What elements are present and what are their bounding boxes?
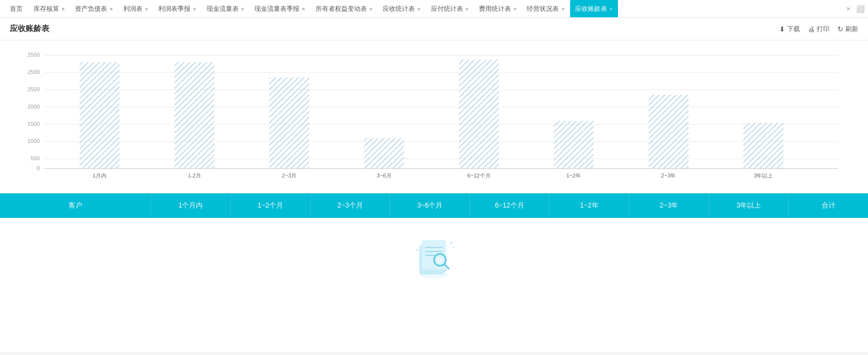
table-body [0,218,868,298]
table-header: 客户 1个月内 1~2个月 2~3个月 3~6个月 6~12个月 1~2年 2~… [0,193,868,218]
svg-text:1000: 1000 [28,138,40,144]
svg-text:3~6月: 3~6月 [377,173,392,178]
tab-cashflow-quarterly[interactable]: 现金流量表季报 × [250,0,310,18]
bar-6-12月 [459,60,499,169]
tab-close-profit-quarterly[interactable]: × [193,6,196,12]
print-icon: 🖨 [808,25,815,33]
tab-close-equity[interactable]: × [369,6,372,12]
tab-close-expense-stat[interactable]: × [513,6,516,12]
th-total: 合计 [789,193,868,218]
bar-1-2月 [175,62,215,169]
tab-close-receivable-aging[interactable]: × [610,6,613,12]
empty-icon [409,233,459,282]
maximize-button[interactable]: ⬜ [856,5,864,13]
tab-close-balance[interactable]: × [109,6,112,12]
svg-text:500: 500 [31,155,40,161]
svg-text:1~2年: 1~2年 [566,173,581,178]
svg-text:1月内: 1月内 [93,173,107,178]
svg-text:2~3月: 2~3月 [282,173,297,178]
page-title: 应收账龄表 [10,24,49,34]
svg-text:2500: 2500 [28,86,40,92]
svg-text:3年以上: 3年以上 [754,173,773,178]
svg-text:2000: 2000 [28,104,40,109]
th-1-2year: 1~2年 [549,193,629,218]
th-1month: 1个月内 [151,193,231,218]
tab-close-cashflow-quarterly[interactable]: × [302,6,305,12]
tab-close-receivable-stat[interactable]: × [417,6,420,12]
window-controls: × ⬜ [844,5,864,13]
tab-bar: 首页 库存核算 × 资产负债表 × 利润表 × 利润表季报 × 现金流量表 × … [0,0,868,18]
tab-close-payable-stat[interactable]: × [466,6,469,12]
svg-text:2500: 2500 [28,69,40,75]
main-content: 2500 2500 2500 2000 1500 1000 500 0 1月内 [0,40,868,352]
th-customer: 客户 [0,193,151,218]
svg-point-36 [450,242,452,244]
svg-text:1500: 1500 [28,121,40,127]
bar-chart: 2500 2500 2500 2000 1500 1000 500 0 1月内 [15,50,853,188]
tab-profit-quarterly[interactable]: 利润表季报 × [153,0,201,18]
svg-text:0: 0 [36,165,39,171]
svg-point-34 [436,256,443,263]
svg-text:6~12个月: 6~12个月 [467,173,490,178]
bar-1-2年 [554,121,594,169]
svg-point-37 [453,247,455,248]
th-2-3year: 2~3年 [629,193,709,218]
th-1-2month: 1~2个月 [231,193,311,218]
download-icon: ⬇ [779,25,785,33]
download-button[interactable]: ⬇ 下载 [779,25,800,34]
svg-text:2500: 2500 [28,52,40,58]
chart-container: 2500 2500 2500 2000 1500 1000 500 0 1月内 [15,50,853,188]
refresh-icon: ↻ [837,25,843,33]
th-6-12month: 6~12个月 [470,193,550,218]
tab-profit[interactable]: 利润表 × [118,0,153,18]
th-2-3month: 2~3个月 [311,193,391,218]
svg-point-38 [416,249,418,251]
tab-expense-stat[interactable]: 费用统计表 × [474,0,522,18]
print-button[interactable]: 🖨 打印 [808,25,830,34]
header-actions: ⬇ 下载 🖨 打印 ↻ 刷新 [779,25,858,34]
tab-close-inventory[interactable]: × [62,6,65,12]
tab-payable-stat[interactable]: 应付统计表 × [426,0,474,18]
th-3-6month: 3~6个月 [390,193,470,218]
bar-3-6月 [364,138,404,169]
bar-1月内 [80,62,120,169]
tab-close-cashflow[interactable]: × [241,6,244,12]
refresh-button[interactable]: ↻ 刷新 [837,25,858,34]
tab-home[interactable]: 首页 [4,4,29,13]
svg-text:2~3年: 2~3年 [661,173,676,178]
bar-2-3年 [649,95,688,169]
tab-equity[interactable]: 所有者权益变动表 × [311,0,378,18]
minimize-button[interactable]: × [844,5,852,13]
tab-operation[interactable]: 经营状况表 × [522,0,570,18]
th-3plus-year: 3年以上 [709,193,789,218]
tab-cashflow[interactable]: 现金流量表 × [202,0,250,18]
chart-area: 2500 2500 2500 2000 1500 1000 500 0 1月内 [0,40,868,193]
tab-close-operation[interactable]: × [561,6,564,12]
tab-balance[interactable]: 资产负债表 × [70,0,118,18]
tab-close-profit[interactable]: × [145,6,148,12]
tab-inventory[interactable]: 库存核算 × [29,0,70,18]
bar-3年以上 [743,123,783,169]
empty-state [409,233,459,284]
bar-2-3月 [269,77,309,169]
svg-text:1-2月: 1-2月 [188,173,201,178]
tab-receivable-stat[interactable]: 应收统计表 × [378,0,426,18]
page-header: 应收账龄表 ⬇ 下载 🖨 打印 ↻ 刷新 [0,18,868,40]
tab-receivable-aging[interactable]: 应收账龄表 × [570,0,618,18]
